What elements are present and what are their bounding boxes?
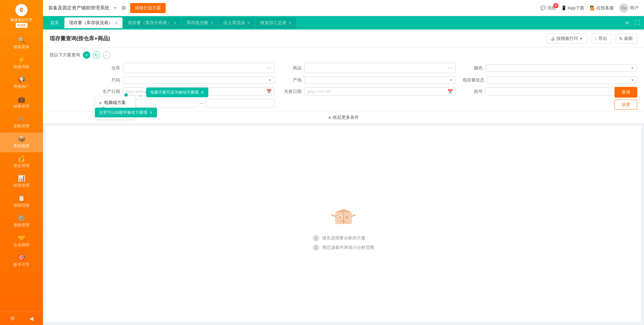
scheme-desktop-label: 电脑端方案 bbox=[104, 100, 126, 106]
trial-btn[interactable]: 体验行业方案 bbox=[130, 3, 166, 13]
size-select[interactable]: ▼ bbox=[123, 76, 275, 84]
collapse-label: 收起更多条件 bbox=[333, 114, 359, 120]
empty-tips: 1 请先选择要分析的方案 2 用过滤条件来缩小分析范围 bbox=[313, 235, 374, 251]
tab-inout[interactable]: 出入库流水 ✕ bbox=[219, 17, 255, 28]
online-service-label: 在线客服 bbox=[596, 5, 614, 11]
svg-line-7 bbox=[352, 215, 355, 216]
reset-btn[interactable]: 设置 bbox=[614, 100, 637, 110]
notification-icon: 💬 bbox=[540, 5, 546, 10]
goods-select[interactable]: ··· bbox=[304, 63, 456, 73]
filter-refresh-btn[interactable]: ↻ bbox=[93, 51, 100, 59]
tooltip2-close-btn[interactable]: ✕ bbox=[149, 110, 153, 115]
tab-inout-close[interactable]: ✕ bbox=[247, 21, 250, 25]
collapse-sidebar-btn[interactable]: ◀ bbox=[29, 315, 33, 322]
sidebar-item-inventory[interactable]: 📦 库存核算 bbox=[0, 132, 43, 152]
sidebar-item-marketing[interactable]: 📢 营销推广 bbox=[0, 73, 43, 93]
filter-back-btn[interactable]: ← bbox=[103, 51, 110, 59]
tab-batch-close[interactable]: ✕ bbox=[210, 21, 213, 25]
sidebar-item-enterprise[interactable]: 🤝 企业协同 bbox=[0, 231, 43, 251]
warehouse-dots[interactable]: ··· bbox=[267, 64, 272, 71]
topbar-settings-icon[interactable]: ⚙ bbox=[121, 5, 126, 11]
tab-inventory-status-label: 现存量（库存状况表） bbox=[69, 20, 113, 26]
export-btn[interactable]: ↑ 导出 bbox=[591, 34, 612, 44]
origin-select-arrow: ▼ bbox=[449, 78, 453, 82]
empty-tip-2: 2 用过滤条件来缩小分析范围 bbox=[313, 244, 374, 251]
export-label: 导出 bbox=[598, 36, 607, 42]
stock-main-max-input[interactable] bbox=[205, 99, 275, 107]
scheme-expand-icon: ▶ bbox=[99, 101, 102, 105]
filter-row-color: 颜色 ▼ bbox=[463, 63, 637, 73]
tip-2-text: 用过滤条件来缩小分析范围 bbox=[322, 245, 374, 251]
goods-dots[interactable]: ··· bbox=[448, 64, 453, 71]
user-menu[interactable]: Ea 用户 bbox=[619, 3, 639, 13]
guide-icon: 🎯 bbox=[18, 255, 25, 261]
operation-icon: 📊 bbox=[18, 175, 25, 181]
filter-section: 按以下方案查询 + ↻ ← ▶ 电脑端方案 ▶ 移动端方案 bbox=[43, 47, 644, 111]
scheme-tree-item-desktop[interactable]: ▶ 电脑端方案 bbox=[95, 98, 135, 108]
filter-row-size: 尺码 ▼ bbox=[100, 76, 275, 84]
color-label: 颜色 bbox=[463, 65, 483, 71]
stock-main-min-input[interactable] bbox=[129, 99, 198, 107]
sidebar-item-search[interactable]: 🔍 搜索菜单 bbox=[0, 34, 43, 53]
color-select[interactable]: ▼ bbox=[485, 64, 637, 72]
tooltip1-close-btn[interactable]: ✕ bbox=[201, 90, 204, 95]
settings-bottom-btn[interactable]: ⚙ bbox=[10, 315, 15, 322]
connector-dot bbox=[124, 93, 128, 97]
quicknav-icon: ⚡ bbox=[18, 57, 25, 63]
online-service-btn[interactable]: 💁 在线客服 bbox=[590, 5, 614, 11]
connector-arrow: ← bbox=[138, 93, 144, 100]
app-logo-text: 畅捷通好生意 bbox=[10, 17, 33, 22]
tab-inventory-dist-close[interactable]: ✕ bbox=[173, 21, 176, 25]
sidebar-bottom: ⚙ ◀ bbox=[0, 312, 43, 325]
refresh-btn[interactable]: ↻ 刷新 bbox=[615, 34, 637, 44]
print-label: 按模板打印 bbox=[556, 36, 578, 42]
marketing-icon: 📢 bbox=[18, 76, 25, 83]
tab-inventory-status[interactable]: 现存量（库存状况表） ✕ bbox=[64, 17, 122, 28]
sidebar-item-label: 营销推广 bbox=[13, 84, 30, 90]
tab-close-all-btn[interactable]: ✕ bbox=[624, 18, 631, 28]
sidebar-item-system[interactable]: ⚙️ 系统管理 bbox=[0, 212, 43, 231]
app-download-btn[interactable]: 📱 App下载 bbox=[561, 5, 584, 11]
collapse-up-icon: ∧ bbox=[328, 115, 331, 120]
tab-home[interactable]: 首页 bbox=[46, 17, 64, 28]
warehouse-select[interactable]: ··· bbox=[123, 63, 275, 73]
filter-row-expiry-date: 失效日期 yyyy-mm-dd 📅 bbox=[281, 87, 456, 96]
search-btn[interactable]: 查询 bbox=[614, 87, 637, 98]
sidebar-item-purchase[interactable]: 🛒 采购管理 bbox=[0, 113, 43, 132]
main-content: 装备及固定资产辅助管理系统 ▼ ⚙ 体验行业方案 💬 消息 6 📱 App下载 … bbox=[43, 0, 644, 325]
sidebar-item-label: 资金管理 bbox=[13, 163, 30, 169]
refresh-icon: ↻ bbox=[619, 36, 623, 41]
sidebar-item-quicknav[interactable]: ⚡ 快速导航 bbox=[0, 53, 43, 73]
user-avatar: Ea bbox=[619, 3, 629, 13]
expiry-date-calendar-icon: 📅 bbox=[447, 89, 453, 94]
tab-maximize-btn[interactable]: ⛶ bbox=[633, 18, 641, 28]
sidebar-item-label: 库存核算 bbox=[13, 143, 30, 149]
color-select-arrow: ▼ bbox=[631, 66, 634, 70]
tab-inventory-dist[interactable]: 现存量（库存分布表） ✕ bbox=[123, 17, 181, 28]
filter-row-warehouse: 仓库 ··· bbox=[100, 63, 275, 73]
sidebar-item-finance[interactable]: 💰 资金管理 bbox=[0, 152, 43, 172]
sidebar-item-label: 基础信息 bbox=[13, 203, 30, 208]
tab-summary-close[interactable]: ✕ bbox=[288, 21, 291, 25]
sidebar-item-guide[interactable]: 🎯 新手引导 bbox=[0, 251, 43, 271]
topbar-dropdown-arrow: ▼ bbox=[113, 6, 117, 10]
search-reset-buttons: 查询 设置 bbox=[614, 87, 637, 110]
print-btn[interactable]: 🖨 按模板打印 ▼ bbox=[546, 34, 587, 44]
tooltip-create-scheme: 这里可以创建和修改方案哦 ✕ bbox=[95, 108, 157, 117]
expiry-date-input[interactable]: yyyy-mm-dd 📅 bbox=[304, 87, 456, 96]
page-header-actions: 🖨 按模板打印 ▼ ↑ 导出 ↻ 刷新 bbox=[546, 34, 637, 44]
sidebar-item-operation[interactable]: 📊 经营管理 bbox=[0, 172, 43, 192]
user-label: 用户 bbox=[630, 5, 639, 11]
tab-inventory-status-close[interactable]: ✕ bbox=[115, 21, 118, 25]
filter-add-btn[interactable]: + bbox=[83, 51, 90, 59]
notification-btn[interactable]: 💬 消息 6 bbox=[540, 5, 556, 11]
tooltip-desktop-scheme: 电脑方案可设为移动方案哦 ✕ bbox=[146, 88, 208, 97]
filter-row-batch: 批号 bbox=[463, 87, 637, 96]
tab-home-label: 首页 bbox=[50, 20, 59, 26]
stock-status-select[interactable]: ▼ bbox=[487, 76, 637, 84]
sidebar-item-basic[interactable]: 📋 基础信息 bbox=[0, 192, 43, 212]
tab-batch[interactable]: 库存批次账 ✕ bbox=[182, 17, 218, 28]
origin-select[interactable]: ▼ bbox=[304, 76, 456, 84]
tab-summary[interactable]: 收发存汇总表 ✕ bbox=[256, 17, 296, 28]
sidebar-item-sales[interactable]: 💼 销售管理 bbox=[0, 93, 43, 113]
